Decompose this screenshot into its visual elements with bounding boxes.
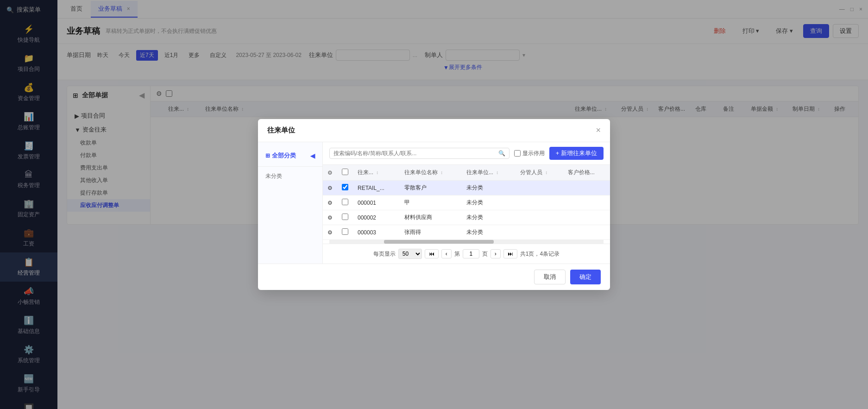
row-code: 000003 <box>353 225 400 240</box>
last-page-button[interactable]: ⏭ <box>503 249 517 258</box>
row-select-checkbox[interactable] <box>342 228 348 235</box>
th-code[interactable]: 往来... ↕ <box>353 165 400 181</box>
row-category: 未分类 <box>462 210 516 225</box>
grid-icon-small: ⊞ <box>265 152 270 159</box>
modal-main-content: 🔍 显示停用 + 新增往来单位 ⚙ <box>323 142 610 264</box>
row-checkbox[interactable] <box>337 195 353 210</box>
row-checkbox[interactable] <box>337 225 353 240</box>
modal-search-box: 🔍 <box>329 148 509 159</box>
modal-sidebar-all[interactable]: ⊞ 全部分类 ◀ <box>258 148 322 164</box>
modal-sidebar-unclassified[interactable]: 未分类 <box>258 170 322 183</box>
modal-overlay: 往来单位 × ⊞ 全部分类 ◀ 未分类 🔍 <box>0 0 868 409</box>
table-header-row: ⚙ 往来... ↕ 往来单位名称 ↕ 往来单位... ↕ 分管人员 ↕ 客户价格… <box>323 165 610 181</box>
th-settings: ⚙ <box>323 165 337 181</box>
modal-table: ⚙ 往来... ↕ 往来单位名称 ↕ 往来单位... ↕ 分管人员 ↕ 客户价格… <box>323 165 610 240</box>
row-manager <box>516 195 563 210</box>
prev-page-button[interactable]: ‹ <box>441 249 452 258</box>
row-select-checkbox[interactable] <box>342 199 348 205</box>
modal-toolbar: 🔍 显示停用 + 新增往来单位 <box>323 142 610 165</box>
partner-table: ⚙ 往来... ↕ 往来单位名称 ↕ 往来单位... ↕ 分管人员 ↕ 客户价格… <box>323 165 610 240</box>
show-disabled-toggle[interactable]: 显示停用 <box>514 150 545 157</box>
show-disabled-checkbox[interactable] <box>514 150 521 157</box>
modal-footer: 取消 确定 <box>258 264 610 290</box>
row-settings: ⚙ <box>323 225 337 240</box>
row-price <box>563 195 610 210</box>
modal-table-body: ⚙ RETAIL_... 零散客户 未分类 ⚙ 000001 甲 未分类 ⚙ 0… <box>323 181 610 240</box>
next-page-button[interactable]: › <box>491 249 501 258</box>
table-select-all[interactable] <box>342 169 348 175</box>
partner-modal: 往来单位 × ⊞ 全部分类 ◀ 未分类 🔍 <box>258 119 610 290</box>
row-manager <box>516 225 563 240</box>
row-settings: ⚙ <box>323 181 337 195</box>
modal-close-button[interactable]: × <box>596 126 601 135</box>
total-label: 共1页，4条记录 <box>520 250 560 258</box>
modal-scrollbar[interactable] <box>329 240 604 244</box>
row-manager <box>516 181 563 195</box>
th-checkbox <box>337 165 353 181</box>
th-category[interactable]: 往来单位... ↕ <box>462 165 516 181</box>
row-code: RETAIL_... <box>353 181 400 195</box>
show-disabled-label: 显示停用 <box>522 150 545 157</box>
per-page-label: 每页显示 <box>373 250 396 258</box>
row-price <box>563 181 610 195</box>
row-name: 张雨得 <box>400 225 462 240</box>
row-category: 未分类 <box>462 195 516 210</box>
table-row[interactable]: ⚙ 000002 材料供应商 未分类 <box>323 210 610 225</box>
row-name: 甲 <box>400 195 462 210</box>
row-checkbox[interactable] <box>337 181 353 195</box>
table-row[interactable]: ⚙ 000001 甲 未分类 <box>323 195 610 210</box>
row-select-checkbox[interactable] <box>342 214 348 220</box>
row-select-checkbox[interactable] <box>342 184 348 190</box>
modal-header: 往来单位 × <box>258 119 610 142</box>
th-price[interactable]: 客户价格... <box>563 165 610 181</box>
row-name: 零散客户 <box>400 181 462 195</box>
per-page-select[interactable]: 50 100 <box>398 249 422 259</box>
row-category: 未分类 <box>462 181 516 195</box>
page-input[interactable] <box>463 249 479 258</box>
modal-title: 往来单位 <box>267 126 295 135</box>
first-page-button[interactable]: ⏮ <box>425 249 439 258</box>
modal-sidebar: ⊞ 全部分类 ◀ 未分类 <box>258 142 323 264</box>
row-manager <box>516 210 563 225</box>
table-row[interactable]: ⚙ 000003 张雨得 未分类 <box>323 225 610 240</box>
row-code: 000002 <box>353 210 400 225</box>
collapse-sidebar-icon[interactable]: ◀ <box>310 152 315 159</box>
modal-sidebar-all-label: 全部分类 <box>272 151 296 160</box>
th-manager[interactable]: 分管人员 ↕ <box>516 165 563 181</box>
row-category: 未分类 <box>462 225 516 240</box>
row-name: 材料供应商 <box>400 210 462 225</box>
row-price <box>563 210 610 225</box>
page-label: 第 <box>454 250 460 258</box>
modal-search-input[interactable] <box>333 150 496 157</box>
col-settings-icon[interactable]: ⚙ <box>327 170 333 176</box>
row-code: 000001 <box>353 195 400 210</box>
add-partner-button[interactable]: + 新增往来单位 <box>549 147 604 160</box>
modal-pagination: 每页显示 50 100 ⏮ ‹ 第 页 › ⏭ 共1页，4条记录 <box>323 244 610 264</box>
modal-body: ⊞ 全部分类 ◀ 未分类 🔍 显示停用 <box>258 142 610 264</box>
modal-search-icon: 🔍 <box>498 150 505 157</box>
modal-scroll-thumb[interactable] <box>384 240 494 244</box>
cancel-button[interactable]: 取消 <box>534 270 566 284</box>
page-suffix: 页 <box>482 250 488 258</box>
sidebar-divider <box>258 166 322 167</box>
row-settings: ⚙ <box>323 210 337 225</box>
row-checkbox[interactable] <box>337 210 353 225</box>
table-row[interactable]: ⚙ RETAIL_... 零散客户 未分类 <box>323 181 610 195</box>
th-name[interactable]: 往来单位名称 ↕ <box>400 165 462 181</box>
row-price <box>563 225 610 240</box>
confirm-button[interactable]: 确定 <box>570 270 601 284</box>
row-settings: ⚙ <box>323 195 337 210</box>
